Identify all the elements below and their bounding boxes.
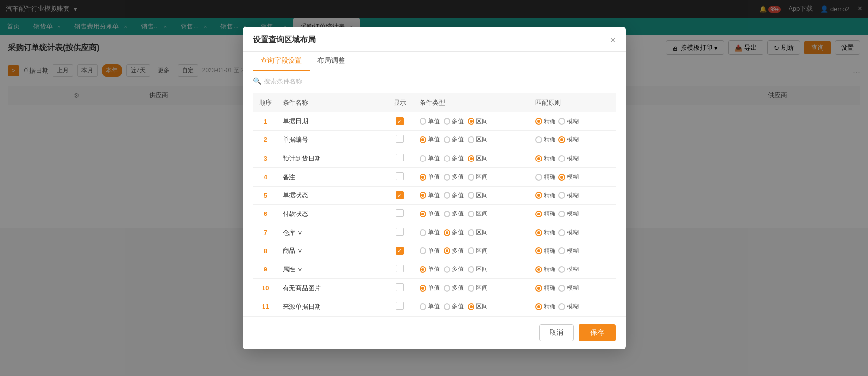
- match-rule-option[interactable]: 精确: [535, 284, 555, 292]
- cond-type-option[interactable]: 区间: [468, 117, 488, 126]
- cond-type-option[interactable]: 单值: [420, 284, 440, 292]
- search-input[interactable]: [264, 78, 342, 85]
- cond-type-option[interactable]: 单值: [420, 247, 440, 255]
- save-btn[interactable]: 保存: [579, 324, 616, 341]
- cond-type-option[interactable]: 单值: [420, 191, 440, 200]
- match-rule-option[interactable]: 模糊: [558, 154, 579, 162]
- match-rule-option[interactable]: 模糊: [558, 173, 579, 181]
- checkbox[interactable]: [396, 283, 404, 291]
- checkbox[interactable]: [396, 154, 404, 161]
- cond-type-option[interactable]: 单值: [420, 154, 440, 162]
- row-display-checkbox[interactable]: ✓: [384, 242, 416, 260]
- dialog-tab-field-settings[interactable]: 查询字段设置: [253, 52, 310, 71]
- row-display-checkbox[interactable]: [384, 297, 416, 316]
- radio-dot: [558, 211, 565, 217]
- match-rule-option[interactable]: 精确: [535, 135, 555, 144]
- checkbox[interactable]: [396, 265, 404, 272]
- radio-dot: [558, 118, 565, 125]
- cond-type-option[interactable]: 多值: [444, 210, 464, 218]
- cond-type-option[interactable]: 区间: [468, 284, 488, 292]
- checkbox[interactable]: ✓: [396, 247, 404, 255]
- cond-type-option[interactable]: 多值: [444, 154, 464, 162]
- cond-type-option[interactable]: 多值: [444, 191, 464, 200]
- row-display-checkbox[interactable]: [384, 205, 416, 223]
- row-name: 有无商品图片: [279, 279, 384, 297]
- match-rule-option[interactable]: 精确: [535, 228, 555, 237]
- cond-type-option[interactable]: 区间: [468, 210, 488, 218]
- cond-type-option[interactable]: 区间: [468, 302, 488, 311]
- dialog-tab-layout-adjust[interactable]: 布局调整: [310, 52, 353, 71]
- radio-dot: [468, 229, 474, 236]
- match-rule-option[interactable]: 模糊: [558, 135, 579, 144]
- cond-type-option[interactable]: 单值: [420, 117, 440, 126]
- cond-type-option[interactable]: 多值: [444, 117, 464, 126]
- match-rule-option[interactable]: 精确: [535, 117, 555, 126]
- cond-type-option[interactable]: 多值: [444, 265, 464, 273]
- checkbox[interactable]: [396, 228, 404, 236]
- checkbox[interactable]: [396, 302, 404, 310]
- row-display-checkbox[interactable]: [384, 223, 416, 242]
- row-cond-type: 单值多值区间: [416, 112, 531, 131]
- checkbox[interactable]: [396, 172, 404, 180]
- dialog-close-btn[interactable]: ×: [610, 36, 616, 45]
- match-rule-option[interactable]: 精确: [535, 302, 555, 311]
- row-display-checkbox[interactable]: [384, 149, 416, 168]
- match-rule-option[interactable]: 模糊: [558, 247, 579, 255]
- checkbox[interactable]: ✓: [396, 117, 404, 125]
- cancel-btn[interactable]: 取消: [539, 324, 574, 341]
- row-match-rule: 精确模糊: [531, 279, 616, 297]
- row-display-checkbox[interactable]: [384, 279, 416, 297]
- row-order: 11: [253, 297, 279, 316]
- row-display-checkbox[interactable]: ✓: [384, 112, 416, 131]
- match-rule-option[interactable]: 精确: [535, 265, 555, 273]
- search-icon: 🔍: [253, 77, 261, 85]
- table-row: 9属性 ∨单值多值区间精确模糊: [253, 260, 616, 279]
- match-rule-option[interactable]: 精确: [535, 154, 555, 162]
- checkbox[interactable]: [396, 135, 404, 143]
- match-rule-option[interactable]: 模糊: [558, 284, 579, 292]
- cond-type-option[interactable]: 多值: [444, 284, 464, 292]
- cond-type-option[interactable]: 多值: [444, 302, 464, 311]
- cond-type-option[interactable]: 单值: [420, 135, 440, 144]
- match-rule-option[interactable]: 精确: [535, 173, 555, 181]
- radio-dot: [444, 211, 450, 217]
- match-rule-option[interactable]: 精确: [535, 210, 555, 218]
- match-rule-option[interactable]: 模糊: [558, 302, 579, 311]
- row-display-checkbox[interactable]: ✓: [384, 187, 416, 205]
- cond-type-option[interactable]: 多值: [444, 228, 464, 237]
- checkbox[interactable]: [396, 209, 404, 217]
- cond-type-option[interactable]: 单值: [420, 210, 440, 218]
- cond-type-option[interactable]: 区间: [468, 228, 488, 237]
- match-rule-option[interactable]: 模糊: [558, 265, 579, 273]
- cond-type-option[interactable]: 多值: [444, 135, 464, 144]
- cond-type-option[interactable]: 区间: [468, 173, 488, 181]
- radio-dot: [468, 285, 474, 292]
- match-rule-option[interactable]: 模糊: [558, 191, 579, 200]
- row-name: 来源单据日期: [279, 297, 384, 316]
- row-display-checkbox[interactable]: [384, 131, 416, 149]
- cond-type-option[interactable]: 单值: [420, 228, 440, 237]
- match-rule-option[interactable]: 精确: [535, 247, 555, 255]
- match-rule-option[interactable]: 精确: [535, 191, 555, 200]
- cond-type-option[interactable]: 单值: [420, 173, 440, 181]
- match-rule-option[interactable]: 模糊: [558, 228, 579, 237]
- checkbox[interactable]: ✓: [396, 191, 404, 199]
- cond-type-option[interactable]: 单值: [420, 302, 440, 311]
- row-display-checkbox[interactable]: [384, 260, 416, 279]
- cond-type-option[interactable]: 区间: [468, 247, 488, 255]
- dialog-footer: 取消 保存: [243, 316, 626, 349]
- match-rule-option[interactable]: 模糊: [558, 210, 579, 218]
- row-match-rule: 精确模糊: [531, 297, 616, 316]
- cond-type-option[interactable]: 区间: [468, 154, 488, 162]
- match-rule-option[interactable]: 模糊: [558, 117, 579, 126]
- row-match-rule: 精确模糊: [531, 112, 616, 131]
- cond-type-option[interactable]: 区间: [468, 135, 488, 144]
- row-display-checkbox[interactable]: [384, 168, 416, 187]
- cond-type-option[interactable]: 区间: [468, 191, 488, 200]
- cond-type-option[interactable]: 多值: [444, 173, 464, 181]
- cond-type-option[interactable]: 多值: [444, 247, 464, 255]
- cond-type-option[interactable]: 区间: [468, 265, 488, 273]
- radio-dot: [444, 285, 450, 292]
- row-order: 2: [253, 131, 279, 149]
- cond-type-option[interactable]: 单值: [420, 265, 440, 273]
